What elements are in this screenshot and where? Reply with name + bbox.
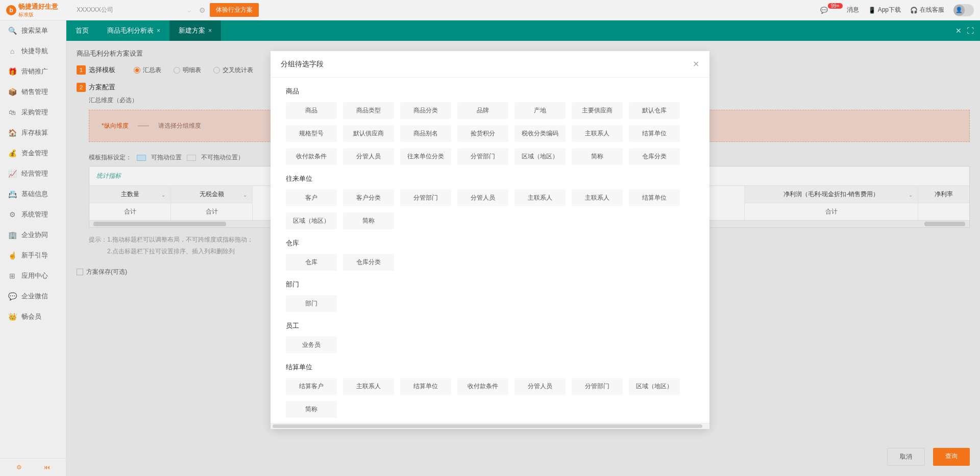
field-chip[interactable]: 区域（地区） [629,378,680,395]
field-chip[interactable]: 仓库 [286,254,337,271]
field-chip[interactable]: 结算客户 [286,378,337,395]
field-chip[interactable]: 分管部门 [572,378,623,395]
field-chip[interactable]: 主联系人 [572,189,623,206]
field-group-row: 仓库仓库分类 [286,254,694,271]
field-group-title: 员工 [286,321,694,330]
field-chip[interactable]: 主联系人 [514,189,566,206]
field-chip[interactable]: 往来单位分类 [400,148,451,165]
field-group-title: 往来单位 [286,174,694,183]
field-chip[interactable]: 收付款条件 [286,148,337,165]
field-chip[interactable]: 客户分类 [343,189,394,206]
field-chip[interactable]: 品牌 [457,102,508,119]
field-group-row: 客户客户分类分管部门分管人员主联系人主联系人结算单位区域（地区）简称 [286,189,694,229]
field-chip[interactable]: 收付款条件 [457,378,508,395]
field-chip[interactable]: 结算单位 [629,189,680,206]
close-icon[interactable]: ✕ [693,59,699,69]
field-chip[interactable]: 主要供应商 [572,102,623,119]
field-picker-modal: 分组待选字段 ✕ 商品商品商品类型商品分类品牌产地主要供应商默认仓库规格型号默认… [271,51,709,429]
field-chip[interactable]: 捡货积分 [457,125,508,142]
scrollbar-thumb[interactable] [273,424,702,428]
field-chip[interactable]: 区域（地区） [286,212,337,229]
field-chip[interactable]: 税收分类编码 [514,125,566,142]
field-group-row: 业务员 [286,337,694,353]
field-chip[interactable]: 分管部门 [400,189,451,206]
field-group-row: 部门 [286,295,694,312]
field-group-title: 部门 [286,280,694,289]
field-chip[interactable]: 默认供应商 [343,125,394,142]
modal-header: 分组待选字段 ✕ [271,51,709,78]
field-chip[interactable]: 分管部门 [457,148,508,165]
field-chip[interactable]: 简称 [286,401,337,418]
modal-title: 分组待选字段 [281,60,324,69]
field-chip[interactable]: 结算单位 [629,125,680,142]
field-group-row: 结算客户主联系人结算单位收付款条件分管人员分管部门区域（地区）简称 [286,378,694,418]
field-chip[interactable]: 规格型号 [286,125,337,142]
field-chip[interactable]: 客户 [286,189,337,206]
field-chip[interactable]: 简称 [572,148,623,165]
field-chip[interactable]: 商品类型 [343,102,394,119]
field-chip[interactable]: 主联系人 [343,378,394,395]
field-group-title: 仓库 [286,239,694,248]
field-chip[interactable]: 结算单位 [400,378,451,395]
modal-h-scrollbar[interactable] [271,423,709,429]
field-chip[interactable]: 商品分类 [400,102,451,119]
field-group-row: 商品商品类型商品分类品牌产地主要供应商默认仓库规格型号默认供应商商品别名捡货积分… [286,102,694,165]
field-chip[interactable]: 分管人员 [514,378,566,395]
field-chip[interactable]: 主联系人 [572,125,623,142]
field-chip[interactable]: 业务员 [286,337,337,353]
field-chip[interactable]: 分管人员 [343,148,394,165]
field-chip[interactable]: 分管人员 [457,189,508,206]
field-chip[interactable]: 简称 [343,212,394,229]
modal-mask: 分组待选字段 ✕ 商品商品商品类型商品分类品牌产地主要供应商默认仓库规格型号默认… [0,0,980,476]
field-group-title: 商品 [286,87,694,96]
field-chip[interactable]: 产地 [514,102,566,119]
field-group-title: 结算单位 [286,363,694,372]
field-chip[interactable]: 商品别名 [400,125,451,142]
modal-body: 商品商品商品类型商品分类品牌产地主要供应商默认仓库规格型号默认供应商商品别名捡货… [271,78,709,423]
field-chip[interactable]: 区域（地区） [514,148,566,165]
field-chip[interactable]: 部门 [286,295,337,312]
field-chip[interactable]: 商品 [286,102,337,119]
field-chip[interactable]: 默认仓库 [629,102,680,119]
field-chip[interactable]: 仓库分类 [343,254,394,271]
field-chip[interactable]: 仓库分类 [629,148,680,165]
